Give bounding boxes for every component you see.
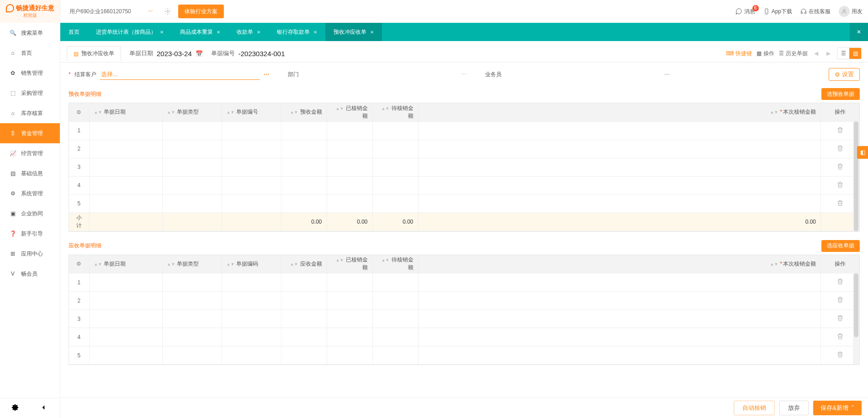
history-button[interactable]: ☰历史单据 [779, 50, 808, 57]
company-selector[interactable]: 用户690企业1660120750 ﹀ [66, 5, 157, 18]
sidebar-item-5[interactable]: ₿资金管理 [0, 123, 60, 143]
table-row[interactable]: 2 [69, 292, 859, 310]
table-row[interactable]: 2 [69, 140, 859, 158]
delete-row-button[interactable] [837, 280, 843, 286]
app-download-button[interactable]: App下载 [763, 8, 792, 16]
sidebar-item-6[interactable]: 📈经营管理 [0, 143, 60, 163]
close-icon[interactable]: ✕ [160, 30, 164, 35]
sidebar-item-2[interactable]: ✿销售管理 [0, 63, 60, 83]
column-settings-button[interactable]: ⚙ [69, 103, 89, 121]
delete-row-button[interactable] [837, 334, 843, 341]
tab-5[interactable]: 预收冲应收单✕ [325, 23, 382, 41]
form-settings-button[interactable]: ⚙设置 [829, 68, 860, 81]
company-settings-button[interactable] [162, 5, 174, 17]
col-thiswrite[interactable]: ▲▼*本次核销金额 [418, 103, 821, 121]
table-row[interactable]: 1 [69, 273, 859, 292]
delete-row-button[interactable] [837, 165, 843, 171]
tab-4[interactable]: 银行存取款单✕ [269, 23, 325, 41]
col-no[interactable]: ▲▼单据编号 [222, 103, 281, 121]
sidebar-item-8[interactable]: ⚙系统管理 [0, 183, 60, 204]
support-button[interactable]: 在线客服 [800, 8, 831, 16]
close-icon[interactable]: ✕ [370, 30, 374, 35]
sidebar-item-7[interactable]: ▤基础信息 [0, 163, 60, 183]
delete-row-button[interactable] [837, 201, 843, 208]
chevron-up-icon: ˄ [851, 404, 854, 411]
customer-input[interactable] [100, 69, 260, 80]
close-icon[interactable]: ✕ [217, 30, 220, 35]
sidebar-item-3[interactable]: ⬚采购管理 [0, 83, 60, 103]
sales-lookup-button[interactable]: ⋯ [664, 71, 670, 78]
delete-row-button[interactable] [837, 298, 843, 304]
trial-button[interactable]: 体验行业方案 [178, 5, 224, 18]
chevron-down-icon[interactable]: ﹀ [461, 71, 467, 78]
sidebar-item-4[interactable]: ⌂库存核算 [0, 103, 60, 123]
table-row[interactable]: 3 [69, 158, 859, 176]
pick-receivable-button[interactable]: 选应收单据 [821, 240, 860, 252]
tab-2[interactable]: 商品成本重算✕ [172, 23, 228, 41]
table-row[interactable]: 3 [69, 310, 859, 328]
auto-writeoff-button[interactable]: 自动核销 [734, 401, 775, 415]
messages-button[interactable]: 消息 6 [735, 8, 755, 16]
col-written[interactable]: ▲▼已核销金额 [327, 103, 372, 121]
sidebar-item-9[interactable]: ▣企业协同 [0, 204, 60, 224]
settings-icon[interactable] [11, 404, 19, 413]
scrollbar[interactable] [853, 273, 859, 365]
delete-row-button[interactable] [837, 146, 843, 153]
sort-icon: ▲▼ [94, 263, 102, 266]
col-date[interactable]: ▲▼单据日期 [89, 255, 162, 273]
view-list-button[interactable]: ☰ [837, 48, 849, 59]
pick-prepay-button[interactable]: 选预收单据 [821, 88, 860, 100]
table-row[interactable]: 5 [69, 194, 859, 213]
calendar-icon[interactable]: 📅 [196, 50, 203, 57]
sidebar-item-12[interactable]: V畅会员 [0, 264, 60, 284]
col-prepay[interactable]: ▲▼预收金额 [281, 103, 327, 121]
sidebar-item-0[interactable]: 🔍搜索菜单 [0, 23, 60, 43]
prev-doc-button[interactable]: ◀ [812, 50, 820, 57]
subtotal-label: 小计 [69, 213, 89, 231]
operate-button[interactable]: ▦操作 [757, 50, 774, 57]
col-type[interactable]: ▲▼单据类型 [162, 255, 222, 273]
scrollbar[interactable] [853, 121, 859, 231]
shortcut-button[interactable]: ⌨快捷键 [726, 50, 752, 57]
customer-lookup-button[interactable]: ⋯ [264, 71, 270, 78]
delete-row-button[interactable] [837, 128, 843, 135]
col-code[interactable]: ▲▼单据编码 [222, 255, 281, 273]
table-row[interactable]: 1 [69, 121, 859, 140]
sidebar-item-10[interactable]: ❓新手引导 [0, 224, 60, 244]
close-all-tabs-button[interactable]: ✕ [850, 23, 868, 41]
collapse-icon[interactable] [41, 404, 48, 413]
column-settings-button[interactable]: ⚙ [69, 255, 89, 273]
sidebar-item-1[interactable]: ⌂首页 [0, 43, 60, 63]
table-row[interactable]: 4 [69, 176, 859, 194]
next-doc-button[interactable]: ▶ [825, 50, 832, 57]
delete-row-button[interactable] [837, 353, 843, 359]
sidebar-item-label: 采购管理 [21, 89, 43, 97]
view-detail-button[interactable]: ▤ [849, 48, 861, 59]
close-icon[interactable]: ✕ [257, 30, 260, 35]
col-date[interactable]: ▲▼单据日期 [89, 103, 162, 121]
col-recv[interactable]: ▲▼应收金额 [281, 255, 327, 273]
save-and-new-button[interactable]: 保存&新增˄ [813, 401, 862, 415]
delete-row-button[interactable] [837, 316, 843, 323]
close-icon[interactable]: ✕ [313, 30, 317, 35]
col-thiswrite[interactable]: ▲▼*本次核销金额 [418, 255, 821, 273]
tab-0[interactable]: 首页 [60, 23, 88, 41]
dept-input[interactable] [302, 69, 458, 80]
col-written[interactable]: ▲▼已核销金额 [327, 255, 372, 273]
col-pending[interactable]: ▲▼待核销金额 [372, 255, 418, 273]
tab-3[interactable]: 收款单✕ [228, 23, 269, 41]
tab-1[interactable]: 进货单统计表（按商品）✕ [88, 23, 172, 41]
user-menu[interactable]: 用友 [839, 6, 863, 17]
rail-chip[interactable]: ◧ [857, 146, 868, 159]
doc-date[interactable]: 2023-03-24 [157, 50, 192, 57]
table-row[interactable]: 4 [69, 328, 859, 346]
sales-input[interactable] [505, 69, 661, 80]
table-row[interactable]: 5 [69, 346, 859, 365]
col-pending[interactable]: ▲▼待核销金额 [372, 103, 418, 121]
sidebar-item-11[interactable]: ⊞应用中心 [0, 244, 60, 264]
doc-tab[interactable]: ▤ 预收冲应收单 [67, 46, 121, 61]
col-type[interactable]: ▲▼单据类型 [162, 103, 222, 121]
delete-row-button[interactable] [837, 183, 843, 189]
discard-button[interactable]: 放弃 [779, 401, 809, 415]
support-label: 在线客服 [809, 8, 831, 16]
